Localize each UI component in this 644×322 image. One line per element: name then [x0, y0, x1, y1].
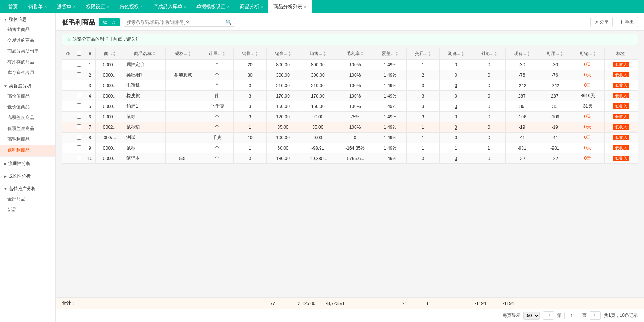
row-checkbox-6[interactable] — [77, 124, 81, 129]
cell-check-3[interactable] — [74, 91, 84, 101]
cell-view1-6[interactable]: 0 — [439, 122, 472, 133]
select-all-checkbox[interactable] — [77, 51, 81, 56]
col-header-unit[interactable]: 计量... ▲▼ — [201, 48, 234, 60]
cell-name-3[interactable]: 橡皮擦 — [124, 91, 165, 101]
sidebar-group-marketing[interactable]: ▼ 营销推广分析 — [0, 183, 55, 194]
col-header-code[interactable]: 商... ▲▼ — [96, 48, 124, 60]
row-checkbox-2[interactable] — [77, 83, 81, 87]
nav-home[interactable]: 首页 — [3, 0, 23, 13]
cell-view1-0[interactable]: 0 — [439, 60, 472, 70]
nav-roles[interactable]: 角色授权× — [114, 0, 148, 13]
sidebar-group-flow[interactable]: ▶ 流通性分析 — [0, 157, 55, 168]
cell-name-5[interactable]: 鼠标1 — [124, 112, 165, 122]
sidebar-item-high-coverage[interactable]: 高覆盖度商品 — [0, 112, 55, 123]
col-header-check[interactable] — [74, 48, 84, 60]
sidebar-item-stock-goods[interactable]: 有库存的商品 — [0, 57, 55, 67]
page-size-select[interactable]: 50 — [523, 312, 540, 320]
cell-check-4[interactable] — [74, 101, 84, 112]
nav-permissions-close[interactable]: × — [107, 4, 109, 9]
export-button[interactable]: ⬇ 导出 — [616, 17, 638, 27]
cell-view1-4[interactable]: 0 — [439, 101, 472, 112]
col-header-settings[interactable]: ⚙ — [62, 48, 74, 60]
cell-name-0[interactable]: 属性定价 — [124, 60, 165, 70]
col-header-sale-price[interactable]: 销售... ▲▼ — [266, 48, 299, 60]
sidebar-item-high-value[interactable]: 高价值商品 — [0, 91, 55, 102]
nav-purchase[interactable]: 进货单× — [52, 0, 80, 13]
sidebar-item-stock-capital[interactable]: 库存资金占用 — [0, 67, 55, 78]
cell-view1-9[interactable]: 0 — [439, 153, 472, 164]
search-icon[interactable]: 🔍 — [225, 19, 232, 25]
col-header-sale-profit[interactable]: 销售... ▲▼ — [299, 48, 336, 60]
cell-check-8[interactable] — [74, 143, 84, 153]
settings-icon[interactable]: ⚙ — [66, 51, 70, 57]
sort-current[interactable]: 现有... ▲▼ — [514, 51, 530, 57]
sort-spec[interactable]: 规格... ▲▼ — [175, 51, 191, 57]
nav-permissions[interactable]: 权限设置× — [81, 0, 114, 13]
col-header-sale-count[interactable]: 销售... ▲▼ — [234, 48, 267, 60]
sort-unit[interactable]: 计量... ▲▼ — [209, 51, 225, 57]
nav-sales[interactable]: 销售单× — [23, 0, 52, 13]
row-checkbox-8[interactable] — [77, 145, 81, 150]
sidebar-group-cluster[interactable]: ▼ 类群度分析 — [0, 80, 55, 91]
share-button[interactable]: ↗ 分享 — [590, 17, 613, 27]
nav-templates-close[interactable]: × — [227, 4, 229, 9]
cell-view1-8[interactable]: 1 — [439, 143, 472, 153]
prev-page-button[interactable]: 〈 — [543, 311, 554, 320]
cell-check-9[interactable] — [74, 153, 84, 164]
sidebar-group-overview[interactable]: ▼ 整体信息 — [0, 13, 55, 24]
sort-available[interactable]: 可用... ▲▼ — [547, 51, 563, 57]
sort-code[interactable]: 商... ▲▼ — [104, 51, 116, 57]
cell-name-6[interactable]: 鼠标垫 — [124, 122, 165, 133]
col-header-view2[interactable]: 浏览... ▲▼ — [472, 48, 506, 60]
nav-analysis-close[interactable]: × — [261, 4, 263, 9]
col-header-available[interactable]: 可用... ▲▼ — [538, 48, 571, 60]
col-header-spec[interactable]: 规格... ▲▼ — [165, 48, 201, 60]
sort-name[interactable]: 商品名称 ▲▼ — [134, 51, 156, 57]
nav-analysis[interactable]: 商品分析× — [235, 0, 268, 13]
row-checkbox-3[interactable] — [77, 93, 81, 98]
cell-view1-3[interactable]: 0 — [439, 91, 472, 101]
search-input[interactable] — [127, 20, 225, 25]
sort-view1[interactable]: 浏览... ▲▼ — [448, 51, 464, 57]
sidebar-item-high-margin[interactable]: 高毛利商品 — [0, 134, 55, 145]
next-page-button[interactable]: 〉 — [590, 311, 601, 320]
cell-check-0[interactable] — [74, 60, 84, 70]
cell-view1-7[interactable]: 0 — [439, 133, 472, 143]
sidebar-item-new-goods[interactable]: 新品 — [0, 204, 55, 215]
cell-name-7[interactable]: 测试 — [124, 133, 165, 143]
cell-check-1[interactable] — [74, 70, 84, 80]
sidebar-item-low-margin[interactable]: 低毛利商品 — [0, 145, 55, 156]
sidebar-item-category-rate[interactable]: 商品分类助销率 — [0, 46, 55, 57]
nav-products[interactable]: 产成品入库单× — [148, 0, 191, 13]
sort-sale-count[interactable]: 销售... ▲▼ — [242, 51, 258, 57]
sort-view2[interactable]: 浏览... ▲▼ — [481, 51, 497, 57]
row-checkbox-9[interactable] — [77, 156, 81, 160]
sidebar-item-sales-goods[interactable]: 销售类商品 — [0, 24, 55, 35]
sort-coverage[interactable]: 覆盖... ▲▼ — [382, 51, 398, 57]
sidebar-item-low-value[interactable]: 低价值商品 — [0, 102, 55, 112]
cell-name-2[interactable]: 电话机 — [124, 80, 165, 91]
cell-check-7[interactable] — [74, 133, 84, 143]
cell-view1-2[interactable]: 0 — [439, 80, 472, 91]
cell-check-6[interactable] — [74, 122, 84, 133]
nav-analysis-list[interactable]: 商品分析列表× — [268, 0, 311, 13]
row-checkbox-1[interactable] — [77, 72, 81, 77]
sidebar-item-traded-goods[interactable]: 交易过的商品 — [0, 35, 55, 46]
sidebar-group-growth[interactable]: ▶ 成长性分析 — [0, 170, 55, 181]
col-header-saleable[interactable]: 可销... ▲▼ — [571, 48, 605, 60]
sort-sale-price[interactable]: 销售... ▲▼ — [275, 51, 291, 57]
row-checkbox-0[interactable] — [77, 62, 81, 67]
date-filter-button[interactable]: 近一月 — [99, 18, 120, 26]
nav-analysis-list-close[interactable]: × — [304, 4, 306, 9]
row-checkbox-7[interactable] — [77, 135, 81, 140]
nav-templates[interactable]: 单据模板设置× — [191, 0, 234, 13]
col-header-trade[interactable]: 交易... ▲▼ — [407, 48, 440, 60]
col-header-current[interactable]: 现有... ▲▼ — [505, 48, 538, 60]
cell-name-1[interactable]: 吴细细1 — [124, 70, 165, 80]
sort-sale-profit[interactable]: 销售... ▲▼ — [310, 51, 326, 57]
sort-profit-rate[interactable]: 毛利率 ▲▼ — [346, 51, 363, 57]
cell-view1-1[interactable]: 0 — [439, 70, 472, 80]
cell-check-5[interactable] — [74, 112, 84, 122]
current-page-input[interactable] — [564, 312, 579, 319]
row-checkbox-5[interactable] — [77, 114, 81, 119]
